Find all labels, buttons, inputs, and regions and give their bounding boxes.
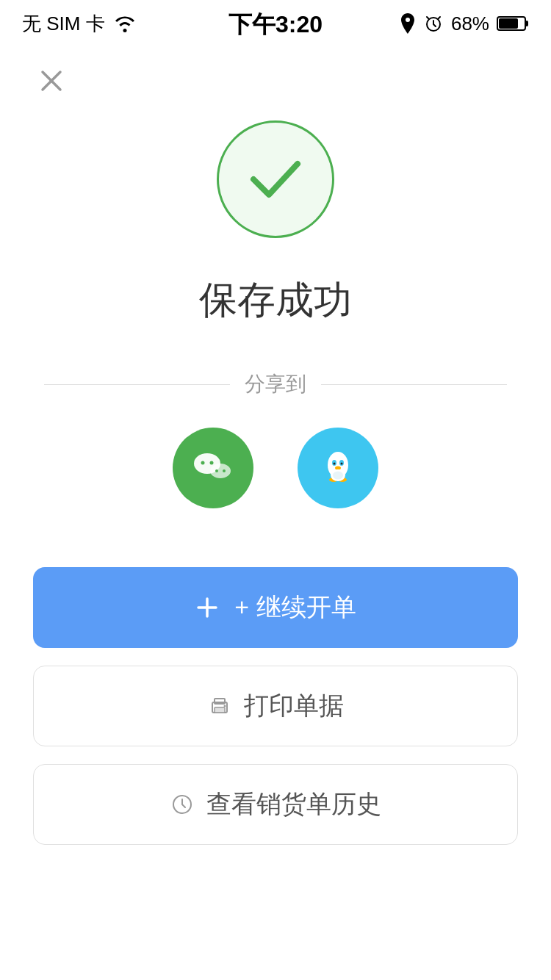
- history-button[interactable]: 查看销货单历史: [33, 764, 518, 845]
- no-sim-text: 无 SIM 卡: [22, 11, 105, 37]
- svg-point-21: [333, 472, 343, 480]
- svg-rect-3: [499, 18, 518, 29]
- action-buttons: + 继续开单 打印单据 查看销货单历史: [0, 567, 551, 845]
- success-indicator: [217, 120, 334, 238]
- print-button[interactable]: 打印单据: [33, 666, 518, 746]
- history-label: 查看销货单历史: [206, 788, 381, 821]
- wechat-share-button[interactable]: [173, 428, 253, 508]
- close-button[interactable]: [29, 59, 73, 103]
- battery-pct: 68%: [451, 12, 489, 35]
- print-icon: [207, 693, 232, 718]
- share-divider: 分享到: [0, 370, 551, 398]
- continue-label: + 继续开单: [234, 591, 356, 624]
- plus-icon: [195, 595, 220, 620]
- status-left: 无 SIM 卡: [22, 11, 137, 37]
- status-bar: 无 SIM 卡 下午3:20 68%: [0, 0, 551, 47]
- checkmark-icon: [242, 146, 309, 212]
- svg-point-11: [223, 469, 226, 472]
- close-icon: [38, 68, 65, 94]
- status-right: 68%: [400, 12, 529, 35]
- svg-point-8: [201, 461, 205, 465]
- main-content: 保存成功 分享到: [0, 47, 551, 845]
- divider-line-left: [44, 384, 230, 385]
- svg-point-16: [341, 463, 343, 465]
- qq-share-button[interactable]: [298, 428, 378, 508]
- qq-icon: [313, 443, 363, 493]
- location-icon: [400, 13, 416, 34]
- svg-point-10: [215, 469, 218, 472]
- svg-point-17: [335, 466, 341, 470]
- continue-button[interactable]: + 继续开单: [33, 567, 518, 648]
- wechat-icon: [188, 443, 238, 493]
- alarm-icon: [423, 13, 444, 34]
- svg-rect-2: [525, 21, 528, 26]
- svg-point-9: [210, 461, 214, 465]
- success-title: 保存成功: [199, 275, 352, 326]
- svg-rect-26: [215, 707, 225, 713]
- status-time: 下午3:20: [228, 9, 323, 41]
- divider-line-right: [321, 384, 507, 385]
- svg-point-27: [224, 705, 226, 707]
- wifi-icon: [112, 14, 137, 33]
- share-icons-row: [173, 428, 378, 508]
- print-label: 打印单据: [244, 689, 344, 723]
- clock-icon: [170, 792, 195, 817]
- battery-icon: [497, 15, 529, 32]
- svg-point-7: [210, 464, 231, 478]
- svg-point-15: [334, 463, 336, 465]
- share-label: 分享到: [230, 370, 321, 398]
